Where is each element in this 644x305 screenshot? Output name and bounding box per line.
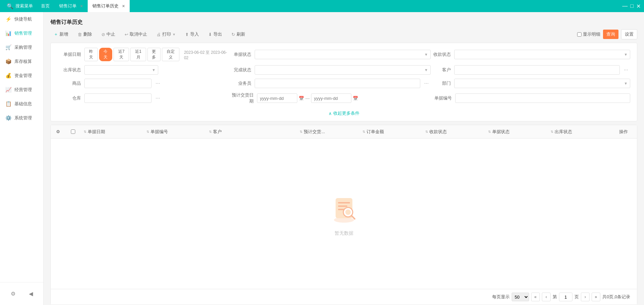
th-no[interactable]: ⇅ 单据编号	[143, 129, 206, 135]
svg-point-7	[345, 209, 351, 215]
first-page-btn[interactable]: «	[531, 293, 540, 301]
sidebar-item-operations[interactable]: 📈 经营管理	[0, 83, 43, 97]
sidebar-item-finance[interactable]: 💰 资金管理	[0, 69, 43, 83]
query-btn[interactable]: 查询	[603, 30, 618, 39]
date-1month-btn[interactable]: 近1月	[130, 48, 146, 61]
prev-page-btn[interactable]: ‹	[542, 293, 551, 301]
th-out-status[interactable]: ⇅ 出库状态	[547, 129, 610, 135]
collapse-label: 收起更多条件	[333, 110, 359, 116]
quick-nav-icon: ⚡	[5, 16, 12, 22]
sidebar-item-finance-label: 资金管理	[14, 73, 32, 79]
filter-row-3: 商品 ··· 业务员 ··· 部门 ▼	[57, 79, 630, 88]
sidebar-item-quick-nav[interactable]: ⚡ 快捷导航	[0, 12, 43, 26]
date-separator: —	[305, 96, 310, 101]
show-detail-input[interactable]	[577, 32, 582, 37]
table-header: ⚙ ⇅ 单据日期 ⇅ 单据编号 ⇅ 客户 ⇅	[51, 125, 637, 139]
delivery-date-field: 📅 — 📅	[257, 93, 432, 103]
tab-sales-order-close[interactable]: ✕	[80, 4, 83, 8]
receipt-status-select[interactable]	[454, 50, 630, 59]
delivery-date-end[interactable]	[311, 93, 351, 103]
select-all-checkbox[interactable]	[71, 129, 75, 134]
show-detail-checkbox[interactable]: 显示明细	[577, 31, 600, 37]
dept-select[interactable]	[454, 79, 630, 88]
sidebar-item-purchase-mgmt[interactable]: 🛒 采购管理	[0, 40, 43, 54]
sidebar-item-system-mgmt[interactable]: ⚙️ 系统管理	[0, 111, 43, 125]
th-action: 操作	[610, 129, 637, 135]
sidebar-settings-btn[interactable]: ⚙	[5, 287, 21, 301]
date-field: 昨天 今天 近7天 近1月 更多 自定义 2023-06-02 至 2023-0…	[84, 48, 231, 61]
order-no-label: 单据编号	[432, 95, 455, 101]
import-btn[interactable]: ⬆ 导入	[182, 30, 202, 39]
goods-input[interactable]	[84, 79, 152, 88]
refresh-btn[interactable]: ↻ 刷新	[228, 30, 249, 39]
th-order-status[interactable]: ⇅ 单据状态	[485, 129, 548, 135]
settings-btn[interactable]: 设置	[621, 29, 637, 39]
customer-input[interactable]	[454, 65, 620, 75]
date-today-btn[interactable]: 今天	[99, 48, 113, 61]
page-size-select[interactable]: 50 10 20 100	[512, 293, 529, 301]
stop-btn[interactable]: ⊘ 中止	[98, 30, 119, 39]
last-page-btn[interactable]: »	[592, 293, 600, 301]
search-menu[interactable]: 🔍 搜索菜单	[3, 0, 36, 12]
date-7days-btn[interactable]: 近7天	[114, 48, 129, 61]
collapse-up-icon: ∧	[329, 111, 332, 116]
search-icon: 🔍	[7, 3, 13, 9]
window-close-btn[interactable]: ✕	[636, 3, 641, 9]
calendar-start-icon[interactable]: 📅	[299, 96, 304, 101]
cancel-stop-btn[interactable]: ↩ 取消中止	[121, 30, 151, 39]
status-select[interactable]	[255, 50, 431, 59]
collapse-link[interactable]: ∧ 收起更多条件	[57, 108, 630, 116]
th-delivery[interactable]: ⇅ 预计交货...	[296, 129, 359, 135]
new-btn[interactable]: ＋ 新增	[50, 30, 72, 39]
next-page-btn[interactable]: ›	[581, 293, 590, 301]
sidebar-item-inventory-label: 库存核算	[14, 59, 32, 65]
order-no-input[interactable]	[455, 93, 630, 103]
out-status-select[interactable]	[84, 65, 158, 75]
search-menu-label: 搜索菜单	[15, 3, 33, 9]
print-icon: 🖨	[157, 32, 161, 37]
date-custom-btn[interactable]: 自定义	[162, 48, 179, 61]
finance-icon: 💰	[5, 73, 12, 79]
sidebar-collapse-btn[interactable]: ◀	[24, 287, 38, 301]
top-bar-right: — □ ✕	[622, 3, 641, 9]
complete-status-label: 完成状态	[231, 67, 255, 73]
th-checkbox[interactable]	[66, 129, 80, 134]
page-input[interactable]	[559, 293, 572, 301]
sort-no-icon: ⇅	[146, 130, 149, 134]
warehouse-input[interactable]	[84, 93, 152, 103]
sidebar-item-sales-mgmt[interactable]: 📊 销售管理	[0, 26, 43, 40]
th-customer[interactable]: ⇅ 客户	[206, 129, 296, 135]
date-yesterday-btn[interactable]: 昨天	[84, 48, 98, 61]
customer-dots[interactable]: ···	[622, 67, 630, 73]
complete-status-select[interactable]	[255, 65, 431, 75]
export-btn[interactable]: ⬇ 导出	[205, 30, 225, 39]
delivery-date-start[interactable]	[257, 93, 297, 103]
print-btn[interactable]: 🖨 打印 ▼	[153, 30, 179, 39]
salesperson-dots[interactable]: ···	[422, 80, 431, 86]
sidebar-item-operations-label: 经营管理	[14, 87, 32, 93]
delete-btn[interactable]: 🗑 删除	[74, 30, 95, 39]
warehouse-dots[interactable]: ···	[154, 95, 162, 101]
tab-sales-order[interactable]: 销售订单 ✕	[54, 0, 88, 12]
tab-sales-history[interactable]: 销售订单历史 ✕	[88, 0, 130, 12]
date-more-btn[interactable]: 更多	[147, 48, 161, 61]
calendar-end-icon[interactable]: 📅	[353, 96, 358, 101]
th-amount[interactable]: ⇅ 订单金额	[359, 129, 422, 135]
sidebar-item-inventory[interactable]: 📦 库存核算	[0, 54, 43, 69]
sort-delivery-icon: ⇅	[300, 130, 302, 134]
salesperson-label: 业务员	[231, 80, 255, 86]
sidebar-item-basic-info[interactable]: 📋 基础信息	[0, 97, 43, 111]
filter-row-2: 出库状态 ▼ 完成状态 ▼ 客户 ···	[57, 65, 630, 75]
tab-sales-history-close[interactable]: ✕	[122, 4, 125, 8]
page-title: 销售订单历史	[50, 15, 637, 29]
th-date[interactable]: ⇅ 单据日期	[80, 129, 143, 135]
salesperson-input[interactable]	[255, 79, 420, 88]
tab-home[interactable]: 首页	[36, 0, 54, 12]
th-settings[interactable]: ⚙	[51, 129, 66, 134]
th-receipt-status[interactable]: ⇅ 收款状态	[422, 129, 485, 135]
window-minimize-btn[interactable]: —	[622, 3, 628, 9]
window-expand-btn[interactable]: □	[630, 3, 634, 9]
goods-field: ···	[84, 79, 231, 88]
tab-sales-history-label: 销售订单历史	[92, 3, 119, 9]
goods-dots[interactable]: ···	[154, 80, 162, 86]
